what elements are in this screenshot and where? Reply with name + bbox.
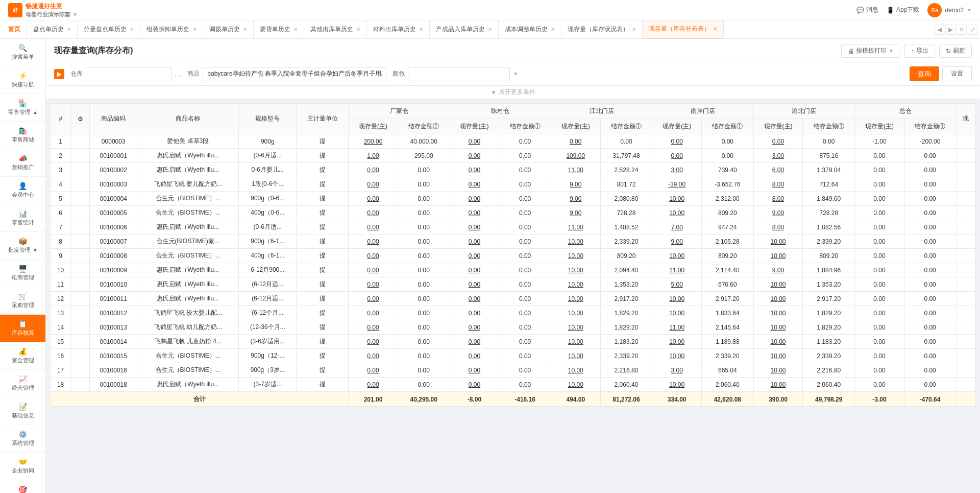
- sidebar-item-enterprise[interactable]: 🤝 企业协同: [0, 453, 45, 480]
- table-cell[interactable]: 0.00: [450, 220, 499, 234]
- table-cell[interactable]: 10.00: [753, 378, 803, 392]
- table-cell[interactable]: 0.00: [450, 134, 499, 149]
- sidebar-item-wholesale[interactable]: 📦 批发管理 ▼: [0, 232, 45, 260]
- table-cell[interactable]: 0.00: [349, 277, 398, 292]
- table-cell[interactable]: 9.00: [753, 206, 803, 220]
- sub-dropdown-icon[interactable]: ▼: [72, 12, 78, 17]
- table-cell[interactable]: 10.00: [753, 249, 803, 263]
- table-cell[interactable]: 11.00: [652, 320, 702, 335]
- table-cell[interactable]: 10.00: [551, 378, 601, 392]
- search-btn[interactable]: 查询: [910, 66, 939, 81]
- table-cell[interactable]: 9.00: [753, 263, 803, 277]
- nav-next[interactable]: ▶: [945, 25, 955, 35]
- table-cell[interactable]: 11.00: [551, 163, 601, 177]
- table-cell[interactable]: 10.00: [753, 363, 803, 378]
- table-cell[interactable]: 10.00: [753, 292, 803, 306]
- sidebar-item-guide[interactable]: 🎯 新手引导: [0, 480, 45, 493]
- table-cell[interactable]: 0.00: [450, 249, 499, 263]
- table-cell[interactable]: 0.00: [349, 234, 398, 249]
- table-cell[interactable]: 0.00: [450, 378, 499, 392]
- color-dropdown-icon[interactable]: ▼: [513, 71, 518, 77]
- sidebar-item-system[interactable]: ⚙️ 系统管理: [0, 425, 45, 453]
- messages-btn[interactable]: 💬 消息: [856, 6, 878, 14]
- table-cell[interactable]: 0.00: [450, 234, 499, 249]
- table-cell[interactable]: 0.00: [349, 320, 398, 335]
- tab-transfer[interactable]: 调拨单历史 ✕: [203, 20, 254, 39]
- table-cell[interactable]: 10.00: [551, 363, 601, 378]
- table-cell[interactable]: -39.00: [652, 177, 702, 192]
- tab-material-out[interactable]: 材料出库单历史 ✕: [367, 20, 430, 39]
- table-cell[interactable]: 8.00: [753, 192, 803, 206]
- table-cell[interactable]: 10.00: [652, 349, 702, 363]
- table-cell[interactable]: 9.00: [652, 234, 702, 249]
- table-cell[interactable]: 9.00: [551, 192, 601, 206]
- sidebar-item-retail-stats[interactable]: 📊 零售统计: [0, 204, 45, 232]
- sidebar-item-search[interactable]: 🔍 搜索英单: [0, 39, 45, 66]
- table-cell[interactable]: 8.00: [753, 177, 803, 192]
- table-cell[interactable]: 0.00: [349, 306, 398, 320]
- close-production-in[interactable]: ✕: [488, 27, 492, 32]
- table-cell[interactable]: 3.00: [652, 163, 702, 177]
- table-cell[interactable]: 10.00: [551, 263, 601, 277]
- tab-production-in[interactable]: 产成品入库单历史 ✕: [430, 20, 499, 39]
- close-cost-adjust[interactable]: ✕: [551, 27, 555, 32]
- table-cell[interactable]: 0.00: [450, 206, 499, 220]
- table-cell[interactable]: 0.00: [349, 192, 398, 206]
- expand-more-bar[interactable]: ▼ 展开更多条件: [46, 86, 980, 99]
- table-cell[interactable]: 0.00: [450, 263, 499, 277]
- table-cell[interactable]: 0.00: [551, 134, 601, 149]
- table-cell[interactable]: 8.00: [753, 220, 803, 234]
- nav-prev[interactable]: ◀: [934, 25, 944, 35]
- table-cell[interactable]: 0.00: [349, 349, 398, 363]
- tab-purchase-order[interactable]: 要货单历史 ✕: [254, 20, 304, 39]
- table-cell[interactable]: 10.00: [551, 292, 601, 306]
- close-transfer[interactable]: ✕: [243, 27, 247, 32]
- table-cell[interactable]: 10.00: [551, 234, 601, 249]
- user-area[interactable]: Ea demo2 ▼: [927, 3, 972, 17]
- tab-assemble[interactable]: 组装拆卸单历史 ✕: [140, 20, 203, 39]
- table-cell[interactable]: 6.00: [753, 163, 803, 177]
- table-cell[interactable]: 0.00: [450, 149, 499, 163]
- table-cell[interactable]: 10.00: [652, 206, 702, 220]
- table-cell[interactable]: 0.00: [450, 363, 499, 378]
- table-cell[interactable]: 3.00: [652, 363, 702, 378]
- table-cell[interactable]: 10.00: [652, 292, 702, 306]
- table-cell[interactable]: 0.00: [652, 134, 702, 149]
- close-stock-dist[interactable]: ✕: [713, 26, 717, 32]
- close-split-count[interactable]: ✕: [130, 27, 134, 32]
- table-cell[interactable]: 0.00: [349, 206, 398, 220]
- close-other-out[interactable]: ✕: [356, 27, 360, 32]
- sidebar-item-operations[interactable]: 📈 经营管理: [0, 370, 45, 397]
- table-cell[interactable]: 0.00: [349, 249, 398, 263]
- sidebar-item-member[interactable]: 👤 会员中心: [0, 177, 45, 204]
- table-cell[interactable]: 0.00: [450, 277, 499, 292]
- table-cell[interactable]: 0.00: [349, 220, 398, 234]
- warehouse-dots[interactable]: ...: [175, 69, 181, 79]
- close-assemble[interactable]: ✕: [192, 27, 197, 32]
- table-cell[interactable]: 10.00: [551, 349, 601, 363]
- nav-expand[interactable]: ⤢: [968, 25, 978, 35]
- sidebar-item-stock[interactable]: 📋 库存核算: [0, 315, 45, 342]
- table-cell[interactable]: 0.00: [652, 149, 702, 163]
- table-cell[interactable]: 0.00: [349, 292, 398, 306]
- warehouse-input[interactable]: [86, 67, 172, 81]
- table-cell[interactable]: 9.00: [551, 177, 601, 192]
- table-cell[interactable]: 200.00: [349, 134, 398, 149]
- table-cell[interactable]: 3.00: [753, 149, 803, 163]
- close-purchase-order[interactable]: ✕: [293, 27, 298, 32]
- table-cell[interactable]: 0.00: [450, 163, 499, 177]
- table-cell[interactable]: 10.00: [652, 306, 702, 320]
- table-cell[interactable]: 7.00: [652, 220, 702, 234]
- table-cell[interactable]: 109.00: [551, 149, 601, 163]
- table-cell[interactable]: 1.00: [349, 149, 398, 163]
- table-cell[interactable]: 0.00: [450, 292, 499, 306]
- sidebar-item-marketing[interactable]: 📣 营销推广: [0, 149, 45, 177]
- table-cell[interactable]: 10.00: [753, 320, 803, 335]
- table-cell[interactable]: 10.00: [551, 306, 601, 320]
- table-cell[interactable]: 0.00: [349, 263, 398, 277]
- table-cell[interactable]: 11.00: [652, 263, 702, 277]
- table-cell[interactable]: 10.00: [652, 249, 702, 263]
- table-cell[interactable]: 10.00: [551, 249, 601, 263]
- refresh-btn[interactable]: ↻ 刷新: [939, 44, 972, 58]
- table-cell[interactable]: 10.00: [551, 277, 601, 292]
